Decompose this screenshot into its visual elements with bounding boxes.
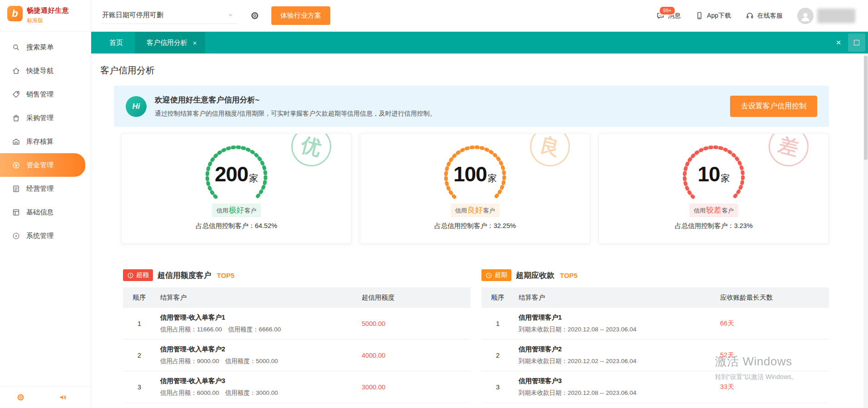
inventory-icon [12,137,20,146]
app-window: b 畅捷通好生意 标准版 搜索菜单 快捷导航 销售管理 采购管理 [0,0,868,408]
overdue-badge: 超期 [481,269,511,281]
customer-name: 信用管理客户3 [519,377,711,385]
scrollbar-thumb[interactable] [864,56,868,160]
tab-close-icon[interactable]: × [193,39,197,47]
sidebar-item-system[interactable]: 系统管理 [0,224,91,248]
customer-name: 信用管理-收入单客户1 [160,313,353,322]
sidebar-item-funds[interactable]: 资金管理 [0,153,85,177]
sidebar-item-inventory[interactable]: 库存核算 [0,130,91,153]
sidebar-item-base-info[interactable]: 基础信息 [0,200,91,224]
home-icon [12,67,20,75]
content-inner: Hi 欢迎使用好生意客户信用分析~ 通过控制结算客户的信用额度/信用期限，可实时… [91,86,868,403]
table-row[interactable]: 2 信用管理-收入单客户2信用占用额：9000.00 信用额度：5000.00 … [123,340,471,371]
credit-summary-cards: 200家 信用极好客户 优 占总信用控制客户：64.52% [121,133,829,244]
sidebar: b 畅捷通好生意 标准版 搜索菜单 快捷导航 销售管理 采购管理 [0,0,91,408]
banner-texts: 欢迎使用好生意客户信用分析~ 通过控制结算客户的信用额度/信用期限，可实时掌握客… [155,95,436,118]
tab-customer-credit-analysis[interactable]: 客户信用分析 × [135,32,205,53]
sidebar-menu: 搜索菜单 快捷导航 销售管理 采购管理 库存核算 资金管理 [0,32,91,386]
over-credit-table-header: 超额 超信用额度客户 TOP5 [123,269,471,281]
tabbar-window-controls: × [830,32,865,53]
sidebar-item-search-menu[interactable]: 搜索菜单 [0,35,91,59]
top5-label: TOP5 [217,272,235,279]
settings-gear-icon[interactable] [16,393,25,402]
col-customer: 结算客户 [514,287,716,308]
app-download-button[interactable]: App下载 [695,11,731,20]
sidebar-item-label: 库存核算 [26,137,54,146]
overdue-table: 顺序 结算客户 应收账龄最长天数 1 信用管理客户1到期未收款日期：2020.1… [481,287,829,403]
sidebar-footer [0,386,91,408]
sidebar-item-label: 搜索菜单 [26,43,54,52]
account-set-value: 开账日期可停用可删 [102,11,163,19]
banner-title: 欢迎使用好生意客户信用分析~ [155,95,436,105]
credit-good-card: 100家 信用良好客户 良 占总信用控制客户：32.25% [360,133,590,244]
table-header-row: 顺序 结算客户 应收账龄最长天数 [481,287,829,308]
exceed-icon [127,272,134,279]
search-icon [12,43,20,52]
overdue-table-title: 超期应收款 [516,270,554,281]
brand-edition: 标准版 [27,17,69,24]
sidebar-item-purchase[interactable]: 采购管理 [0,106,91,130]
credit-excellent-card: 200家 信用极好客户 优 占总信用控制客户：64.52% [121,133,352,244]
online-service-label: 在线客服 [757,12,783,20]
gauge-good: 100家 信用良好客户 [436,137,514,218]
seal-good-stamp: 良 [526,133,574,170]
over-credit-table: 顺序 结算客户 超信用额度 1 信用管理-收入单客户1信用占用额：11666.0… [123,287,471,403]
sidebar-item-label: 系统管理 [26,232,54,240]
col-over-credit: 超信用额度 [357,287,471,308]
user-account-button[interactable] [797,8,855,24]
customer-name: 信用管理客户2 [519,345,711,354]
table-row[interactable]: 2 信用管理客户2到期未收款日期：2020.12.02 -- 2023.06.0… [481,340,829,371]
aging-days-value: 33天 [716,371,829,403]
sales-icon [12,90,20,99]
topbar-settings-button[interactable] [250,11,260,20]
customer-detail: 到期未收款日期：2020.12.08 -- 2023.06.04 [519,389,711,397]
page-content: 客户信用分析 Hi 欢迎使用好生意客户信用分析~ 通过控制结算客户的信用额度/信… [91,53,868,408]
user-name-redacted [817,9,855,23]
sidebar-item-label: 基础信息 [26,208,54,217]
account-set-select[interactable]: 开账日期可停用可删 [101,8,237,24]
sidebar-item-operations[interactable]: 经营管理 [0,177,91,200]
badge-credit-good: 信用良好客户 [451,204,500,217]
table-row[interactable]: 3 信用管理-收入单客户3信用占用额：6000.00 信用额度：3000.00 … [123,371,471,403]
fullscreen-icon[interactable] [848,34,865,52]
online-service-button[interactable]: 在线客服 [745,11,783,20]
table-header-row: 顺序 结算客户 超信用额度 [123,287,471,308]
table-row[interactable]: 1 信用管理-收入单客户1信用占用额：11666.00 信用额度：6666.00… [123,308,471,340]
topbar: 开账日期可停用可删 体验行业方案 99+ 消息 App下载 [91,0,868,32]
banner-description: 通过控制结算客户的信用额度/信用期限，可实时掌握客户欠款超期等信用信息，及时进行… [155,110,436,118]
top5-label: TOP5 [560,272,578,279]
trial-industry-plan-button[interactable]: 体验行业方案 [271,6,330,25]
gauge-poor: 10家 信用较差客户 [675,137,753,218]
app-download-label: App下载 [707,12,731,20]
over-credit-value: 4000.00 [357,340,471,371]
aging-days-value: 52天 [716,340,829,371]
messages-button[interactable]: 99+ 消息 [656,11,681,20]
topbar-right: 99+ 消息 App下载 在线客服 [656,8,855,24]
table-row[interactable]: 3 信用管理客户3到期未收款日期：2020.12.08 -- 2023.06.0… [481,371,829,403]
table-row[interactable]: 1 信用管理客户1到期未收款日期：2020.12.08 -- 2023.06.0… [481,308,829,340]
customer-detail: 到期未收款日期：2020.12.08 -- 2023.06.04 [519,325,711,334]
col-customer: 结算客户 [156,287,357,308]
system-icon [12,232,20,240]
sidebar-item-sales[interactable]: 销售管理 [0,83,91,106]
over-credit-value: 3000.00 [357,371,471,403]
gear-icon [250,11,260,20]
credit-poor-card: 10家 信用较差客户 差 占总信用控制客户：3.23% [598,133,829,244]
headset-icon [745,11,754,20]
brand-name: 畅捷通好生意 [27,6,69,15]
customer-detail: 信用占用额：9000.00 信用额度：5000.00 [160,357,353,365]
close-all-tabs-icon[interactable]: × [830,34,847,52]
sidebar-item-quick-nav[interactable]: 快捷导航 [0,59,91,83]
vertical-scrollbar [863,53,868,408]
customer-detail: 到期未收款日期：2020.12.02 -- 2023.06.04 [519,357,711,365]
setup-credit-control-button[interactable]: 去设置客户信用控制 [730,96,817,117]
volume-icon[interactable] [59,393,67,402]
customer-name: 信用管理-收入单客户2 [160,345,353,354]
percent-excellent: 占总信用控制客户：64.52% [122,222,351,230]
person-icon [799,10,812,24]
tab-home[interactable]: 首页 [98,32,135,53]
gauge-excellent: 200家 信用极好客户 [197,137,275,218]
percent-good: 占总信用控制客户：32.25% [360,222,590,230]
customer-detail: 信用占用额：6000.00 信用额度：3000.00 [160,389,353,397]
funds-icon [12,161,20,170]
